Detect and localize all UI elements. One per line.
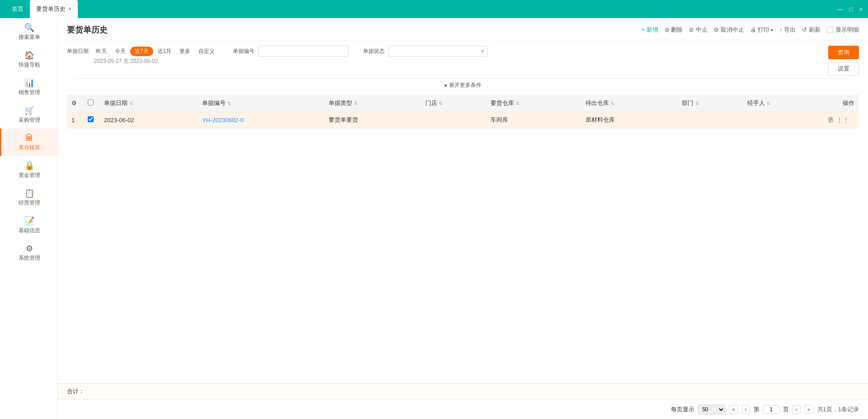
date-options: 昨天 今天 近7天 近1月 更多 自定义 <box>92 47 218 56</box>
date-btn-7days[interactable]: 近7天 <box>130 47 153 56</box>
sort-icon-handler: ⇅ <box>766 101 770 106</box>
date-btn-more[interactable]: 更多 <box>176 47 194 56</box>
sidebar-item-label: 采购管理 <box>19 116 40 124</box>
col-handler[interactable]: 经手人 ⇅ <box>743 95 823 112</box>
sidebar-item-label: 经营管理 <box>19 199 40 207</box>
sort-icon-doc-no: ⇅ <box>227 101 231 106</box>
pagination-bar: 每页显示 50 100 200 « ‹ 第 页 › » 共1页，1条记录 <box>58 399 868 419</box>
display-detail-label: 显示明细 <box>835 26 859 34</box>
sidebar-item-sys-mgmt[interactable]: ⚙ 系统管理 <box>0 239 57 267</box>
page-number-input[interactable] <box>763 405 779 414</box>
sales-mgmt-icon: 📊 <box>24 79 34 87</box>
sidebar-item-finance-mgmt[interactable]: 🔒 资金管理 <box>0 156 57 184</box>
display-detail-button[interactable]: 显示明细 <box>827 26 859 34</box>
display-detail-checkbox[interactable] <box>827 27 833 33</box>
col-req-warehouse[interactable]: 要货仓库 ⇅ <box>486 95 581 112</box>
tab-home-label: 首页 <box>12 5 24 13</box>
doc-no-input[interactable] <box>258 46 349 57</box>
sidebar-item-quick-nav[interactable]: 🏠 快捷导航 <box>0 46 57 73</box>
date-range-text: 2023-05-27 至 2023-06-02 <box>94 58 158 64</box>
maximize-icon[interactable]: □ <box>849 6 853 13</box>
export-button[interactable]: ↑ 导出 <box>779 26 796 34</box>
total-info: 共1页，1条记录 <box>817 405 859 414</box>
page-title: 要货单历史 <box>67 24 108 35</box>
sidebar-item-ops-mgmt[interactable]: 📋 经营管理 <box>0 184 57 211</box>
sidebar-item-search-menu[interactable]: 🔍 搜索菜单 <box>0 18 57 46</box>
cell-doc-no[interactable]: YH-20230602-0 <box>198 112 324 128</box>
toolbar: + 新增 ⊘ 删除 ⊘ 中止 ⊘ 取消中止 🖨 打印 ▾ ↑ 导出 <box>642 26 859 34</box>
delete-button[interactable]: ⊘ 删除 <box>665 26 683 34</box>
row-more-button[interactable]: ⋮⋮ <box>836 116 849 124</box>
col-store-label: 门店 <box>425 100 437 106</box>
next-page-button[interactable]: › <box>793 405 801 414</box>
col-doc-date[interactable]: 单据日期 ⇅ <box>99 95 198 112</box>
sidebar-item-purchase-mgmt[interactable]: 🛒 采购管理 <box>0 101 57 129</box>
date-btn-yesterday[interactable]: 昨天 <box>92 47 110 56</box>
cell-req-warehouse: 车间库 <box>486 112 581 128</box>
cell-doc-type: 要货单要货 <box>324 112 420 128</box>
base-info-icon: 📝 <box>24 217 34 225</box>
col-doc-type-label: 单据类型 <box>329 100 352 106</box>
sidebar-item-base-info[interactable]: 📝 基础信息 <box>0 211 57 239</box>
tab-home[interactable]: 首页 <box>5 0 30 18</box>
filter-left: 单据日期 昨天 今天 近7天 近1月 更多 自定义 单据编号 <box>67 46 828 65</box>
status-select-arrow: ▾ <box>481 48 484 54</box>
export-button-label: ↑ 导出 <box>779 26 796 34</box>
page-size-label: 每页显示 <box>671 405 694 414</box>
stop-button[interactable]: ⊘ 中止 <box>689 26 708 34</box>
first-page-button[interactable]: « <box>729 405 738 414</box>
sidebar-item-inventory[interactable]: 🏛 库存核算 <box>0 129 57 156</box>
print-button[interactable]: 🖨 打印 ▾ <box>750 26 774 34</box>
col-settings[interactable]: ⚙ <box>67 95 83 112</box>
expand-more-icon: ▾ <box>444 82 447 89</box>
select-all-checkbox[interactable] <box>88 100 94 105</box>
table-footer: 合计： <box>58 383 868 399</box>
row-checkbox[interactable] <box>88 116 94 122</box>
query-button[interactable]: 查询 <box>828 46 859 59</box>
col-doc-type[interactable]: 单据类型 ⇅ <box>324 95 420 112</box>
col-pending-warehouse-label: 待出仓库 <box>585 100 609 106</box>
cancel-stop-button-label: ⊘ 取消中止 <box>714 26 744 34</box>
col-doc-date-label: 单据日期 <box>104 100 127 106</box>
sidebar-item-label: 基础信息 <box>19 227 40 234</box>
sort-icon-req-warehouse: ⇅ <box>516 101 519 106</box>
prev-page-button[interactable]: ‹ <box>742 405 750 414</box>
stop-button-label: ⊘ 中止 <box>689 26 708 34</box>
settings-button[interactable]: 设置 <box>828 62 859 76</box>
new-button[interactable]: + 新增 <box>642 26 658 34</box>
status-select[interactable]: ▾ <box>388 46 488 57</box>
quick-nav-icon: 🏠 <box>24 51 34 59</box>
inventory-icon: 🏛 <box>25 134 33 142</box>
summary-label: 合计： <box>67 387 85 395</box>
col-doc-no[interactable]: 单据编号 ⇅ <box>198 95 324 112</box>
col-department[interactable]: 部门 ⇅ <box>677 95 743 112</box>
sidebar-item-sales-mgmt[interactable]: 📊 销售管理 <box>0 73 57 101</box>
data-table: ⚙ 单据日期 ⇅ 单据编号 ⇅ <box>67 95 859 129</box>
cell-checkbox[interactable] <box>83 112 99 128</box>
col-store[interactable]: 门店 ⇅ <box>421 95 486 112</box>
close-tab-icon[interactable]: × <box>68 6 71 12</box>
expand-more-button[interactable]: ▾ 展开更多条件 <box>67 79 859 91</box>
action-buttons: 查询 设置 <box>828 46 859 76</box>
date-btn-custom[interactable]: 自定义 <box>195 47 218 56</box>
col-checkbox[interactable] <box>83 95 99 112</box>
cell-row-num: 1 <box>67 112 83 128</box>
page-size-select[interactable]: 50 100 200 <box>698 405 725 414</box>
col-pending-warehouse[interactable]: 待出仓库 ⇅ <box>581 95 677 112</box>
tab-requisition-history[interactable]: 要货单历史 × <box>30 0 78 18</box>
date-btn-1month[interactable]: 近1月 <box>154 47 175 56</box>
date-filter-label: 单据日期 <box>67 48 89 55</box>
doc-no-link[interactable]: YH-20230602-0 <box>202 117 244 124</box>
last-page-button[interactable]: » <box>804 405 814 414</box>
col-department-label: 部门 <box>682 100 693 106</box>
top-bar-actions: — □ × <box>837 6 863 13</box>
date-btn-today[interactable]: 今天 <box>111 47 129 56</box>
sidebar: 🔍 搜索菜单 🏠 快捷导航 📊 销售管理 🛒 采购管理 🏛 库存核算 🔒 资金管… <box>0 18 58 419</box>
refresh-button[interactable]: ↺ 刷新 <box>802 26 821 34</box>
close-window-icon[interactable]: × <box>859 6 863 13</box>
cancel-stop-button[interactable]: ⊘ 取消中止 <box>714 26 744 34</box>
minimize-icon[interactable]: — <box>837 6 843 13</box>
row-view-button[interactable]: 🖹 <box>827 116 834 124</box>
tab-requisition-label: 要货单历史 <box>36 5 66 13</box>
sidebar-item-label: 快捷导航 <box>19 61 40 69</box>
